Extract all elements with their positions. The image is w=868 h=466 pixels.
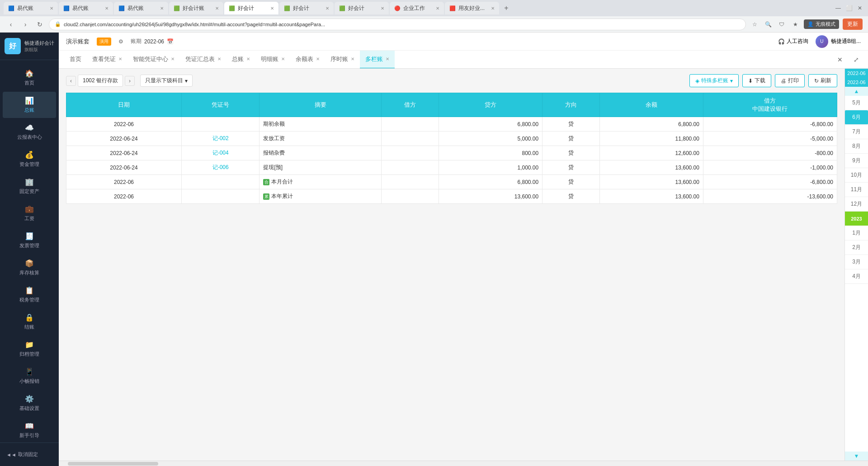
update-button[interactable]: 更新: [843, 19, 863, 30]
close-icon[interactable]: ✕: [436, 6, 439, 11]
tab-home[interactable]: 首页: [64, 51, 87, 69]
tab-detail-ledger[interactable]: 明细账 ✕: [255, 51, 290, 69]
cal-month-5[interactable]: 5月: [845, 96, 868, 110]
cal-month-6[interactable]: 6月: [845, 110, 868, 125]
browser-tab-8[interactable]: 🔴 企业工作 ✕: [390, 2, 444, 14]
tab-general-ledger[interactable]: 总账 ✕: [226, 51, 255, 69]
forward-button[interactable]: ›: [20, 19, 31, 30]
close-button[interactable]: ✕: [855, 4, 864, 13]
minimize-button[interactable]: —: [834, 4, 843, 13]
close-icon[interactable]: ✕: [281, 56, 285, 61]
bookmark-icon[interactable]: ☆: [750, 19, 760, 29]
filter-dropdown[interactable]: 只显示下级科目 ▾: [140, 75, 193, 87]
next-account-button[interactable]: ›: [125, 76, 135, 86]
settings-icon[interactable]: ⚙: [118, 38, 123, 45]
cal-month-7[interactable]: 7月: [845, 125, 868, 139]
page-tab-bar: 首页 查看凭证 ✕ 智能凭证中心 ✕ 凭证汇总表 ✕ 总账 ✕ 明细账 ✕: [59, 51, 868, 69]
print-button[interactable]: 🖨 打印: [775, 74, 805, 87]
url-bar[interactable]: 🔒 cloud2.chanjet.com/accounting/uh26t264…: [49, 19, 746, 30]
sidebar-item-ledger[interactable]: 📊 总账: [3, 92, 56, 118]
browser-tab-6[interactable]: 🟩 好会计 ✕: [279, 2, 334, 14]
pin-button[interactable]: ◄◄ 取消固定: [3, 447, 56, 461]
cell-credit: 6,800.00: [439, 175, 542, 189]
cal-month-1[interactable]: 1月: [845, 226, 868, 240]
close-icon[interactable]: ✕: [246, 56, 250, 61]
tab-voucher-view[interactable]: 查看凭证 ✕: [87, 51, 127, 69]
shield-icon[interactable]: 🛡: [777, 19, 787, 29]
close-icon[interactable]: ✕: [326, 6, 329, 11]
close-icon[interactable]: ✕: [215, 6, 219, 11]
voucher-link[interactable]: 记-002: [212, 135, 229, 141]
download-button[interactable]: ⬇ 下载: [742, 74, 771, 87]
cal-month-9[interactable]: 9月: [845, 154, 868, 168]
star-icon[interactable]: ★: [790, 19, 800, 29]
close-icon[interactable]: ✕: [270, 6, 274, 11]
sidebar-item-cloud[interactable]: ☁️ 云报表中心: [3, 119, 56, 145]
voucher-link[interactable]: 记-006: [212, 164, 229, 170]
close-icon[interactable]: ✕: [118, 56, 122, 61]
close-icon[interactable]: ✕: [386, 56, 389, 61]
sidebar-item-assets[interactable]: 🏢 固定资产: [3, 173, 56, 199]
cal-month-12[interactable]: 12月: [845, 197, 868, 212]
tab-sequence-ledger[interactable]: 序时账 ✕: [325, 51, 360, 69]
sidebar-item-inventory[interactable]: 📦 库存核算: [3, 254, 56, 281]
cell-direction: 贷: [542, 175, 600, 189]
sidebar-item-tax[interactable]: 📋 税务管理: [3, 282, 56, 308]
back-button[interactable]: ‹: [5, 19, 16, 30]
collapse-panel-button[interactable]: ✕: [834, 53, 846, 66]
scrollbar-thumb[interactable]: [68, 462, 158, 466]
cal-month-4[interactable]: 4月: [845, 269, 868, 284]
browser-tab-1[interactable]: 🟦 易代账 ✕: [4, 2, 58, 14]
cal-month-2[interactable]: 2月: [845, 240, 868, 255]
sidebar-item-archive[interactable]: 📁 归档管理: [3, 336, 56, 362]
tab-multi-column[interactable]: 多栏账 ✕: [360, 51, 395, 69]
sidebar-item-expense[interactable]: 📱 小畅报销: [3, 363, 56, 389]
browser-tab-9[interactable]: 🟥 用友好业... ✕: [445, 2, 499, 14]
close-icon[interactable]: ✕: [351, 56, 354, 61]
close-icon[interactable]: ✕: [316, 56, 320, 61]
cal-year-2023[interactable]: 2023: [845, 212, 868, 226]
browser-tab-5[interactable]: 🟩 好会计 ✕: [224, 2, 278, 14]
prev-account-button[interactable]: ‹: [66, 76, 76, 86]
tab-voucher-summary[interactable]: 凭证汇总表 ✕: [180, 51, 226, 69]
cal-scroll-down-button[interactable]: ▼: [845, 452, 868, 461]
close-icon[interactable]: ✕: [171, 56, 175, 61]
close-icon[interactable]: ✕: [160, 6, 164, 11]
cal-month-8[interactable]: 8月: [845, 139, 868, 154]
search-icon[interactable]: 🔍: [763, 19, 773, 29]
browser-tab-3[interactable]: 🟦 易代账 ✕: [114, 2, 168, 14]
sidebar-item-invoice[interactable]: 🧾 发票管理: [3, 227, 56, 254]
incognito-button[interactable]: 👤 无痕模式: [804, 19, 839, 29]
horizontal-scrollbar[interactable]: [59, 461, 868, 466]
close-icon[interactable]: ✕: [491, 6, 495, 11]
expand-panel-button[interactable]: ⤢: [850, 53, 863, 66]
refresh-button[interactable]: ↻ 刷新: [808, 74, 837, 87]
sidebar-item-closing[interactable]: 🔒 结账: [3, 309, 56, 335]
sidebar-item-guide[interactable]: 📖 新手引导: [3, 417, 56, 442]
browser-tab-4[interactable]: 🟩 好会计账 ✕: [169, 2, 223, 14]
new-tab-button[interactable]: +: [500, 2, 513, 14]
close-icon[interactable]: ✕: [217, 56, 221, 61]
cal-scroll-up-button[interactable]: ▲: [845, 87, 868, 96]
sidebar-item-payroll[interactable]: 💼 工资: [3, 200, 56, 226]
tab-balance[interactable]: 余额表 ✕: [290, 51, 325, 69]
sidebar-item-home[interactable]: 🏠 首页: [3, 65, 56, 91]
cal-month-11[interactable]: 11月: [845, 183, 868, 197]
browser-tab-7[interactable]: 🟩 好会计 ✕: [335, 2, 389, 14]
cal-month-10[interactable]: 10月: [845, 168, 868, 183]
voucher-link[interactable]: 记-004: [212, 150, 229, 156]
cal-month-3[interactable]: 3月: [845, 255, 868, 269]
tab-smart-voucher[interactable]: 智能凭证中心 ✕: [127, 51, 180, 69]
user-info[interactable]: U 畅捷通B组...: [816, 35, 861, 48]
close-icon[interactable]: ✕: [50, 6, 53, 11]
sidebar-item-settings[interactable]: ⚙️ 基础设置: [3, 390, 56, 416]
close-icon[interactable]: ✕: [105, 6, 108, 11]
calendar-icon[interactable]: 📅: [167, 38, 174, 45]
consultant-button[interactable]: 🎧 人工咨询: [778, 38, 808, 45]
close-icon[interactable]: ✕: [381, 6, 384, 11]
browser-tab-2[interactable]: 🟦 易代账 ✕: [59, 2, 113, 14]
special-account-button[interactable]: ◈ 特殊多栏账 ▾: [689, 74, 739, 87]
refresh-button[interactable]: ↻: [34, 19, 45, 30]
sidebar-item-funds[interactable]: 💰 资金管理: [3, 146, 56, 172]
maximize-button[interactable]: ⬜: [844, 4, 854, 13]
